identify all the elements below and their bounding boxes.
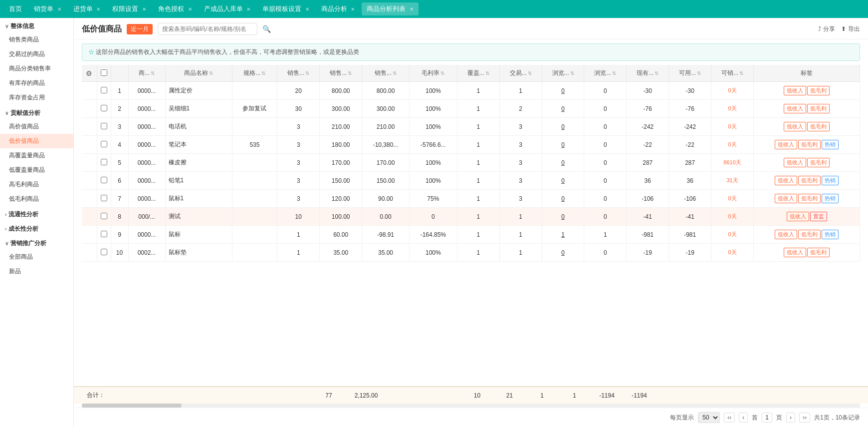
nav-home[interactable]: 首页 [4,2,27,15]
sort-icon-sales-price[interactable]: ⇅ [393,70,397,76]
select-all-checkbox[interactable] [101,69,107,76]
cell-checkbox[interactable] [97,208,111,226]
nav-purchase-order[interactable]: 进货单 ✕ [68,2,106,15]
row-checkbox[interactable] [101,159,107,165]
sort-icon-coverage[interactable]: ⇅ [485,70,489,76]
sort-icon-saleable[interactable]: ⇅ [739,70,743,76]
browse1-link[interactable]: 1 [561,231,565,238]
sort-icon-gross-margin[interactable]: ⇅ [440,70,444,76]
row-checkbox[interactable] [101,141,107,147]
sidebar-item-low-margin[interactable]: 低毛利商品 [0,192,73,206]
cell-saleable: 0天 [711,82,754,100]
per-page-select[interactable]: 50 [698,412,720,423]
nav-template-setting[interactable]: 单据模板设置 ✕ [257,2,314,15]
nav-close-sales[interactable]: ✕ [57,6,61,12]
export-button[interactable]: ⬆ 导出 [841,25,860,33]
search-icon[interactable]: 🔍 [262,25,271,33]
browse1-link[interactable]: 0 [561,195,565,202]
cell-checkbox[interactable] [97,82,111,100]
sidebar-item-sales-goods[interactable]: 销售类商品 [0,32,73,47]
nav-close-goods-analysis[interactable]: ✕ [351,6,355,12]
sort-icon-name[interactable]: ⇅ [209,70,213,76]
sort-icon-browse2[interactable]: ⇅ [612,70,616,76]
nav-goods-analysis[interactable]: 商品分析 ✕ [316,2,360,15]
sidebar-group-contribution[interactable]: ∨ 贡献值分析 [0,105,73,119]
sort-icon-spec[interactable]: ⇅ [261,70,265,76]
browse1-link[interactable]: 0 [561,141,565,148]
sidebar-group-growth[interactable]: › 成长性分析 [0,221,73,235]
browse1-link[interactable]: 0 [561,123,565,130]
sidebar-group-liquidity[interactable]: › 流通性分析 [0,206,73,221]
cell-sales-amt: 150.00 [320,172,362,190]
sidebar-item-category-rate[interactable]: 商品分类销售率 [0,61,73,76]
first-page-button[interactable]: ‹‹ [724,413,735,423]
nav-sales-order[interactable]: 销货单 ✕ [29,2,66,15]
nav-close-permission[interactable]: ✕ [142,6,146,12]
cell-available: -76 [669,100,711,118]
browse1-link[interactable]: 0 [561,105,565,112]
browse1-link[interactable]: 0 [561,249,565,256]
cell-checkbox[interactable] [97,190,111,208]
prev-page-button[interactable]: ‹ [739,413,748,423]
sort-icon-sales-qty[interactable]: ⇅ [305,70,309,76]
row-checkbox[interactable] [101,123,107,129]
nav-goods-analysis-list[interactable]: 商品分析列表 ✕ [362,2,419,15]
cell-checkbox[interactable] [97,100,111,118]
next-page-button[interactable]: › [786,413,795,423]
browse1-link[interactable]: 0 [561,213,565,220]
browse1-link[interactable]: 0 [561,87,565,94]
sort-icon-available[interactable]: ⇅ [697,70,701,76]
share-button[interactable]: ⤴ 分享 [818,25,835,33]
nav-close-role[interactable]: ✕ [188,6,192,12]
sort-icon-code[interactable]: ⇅ [151,70,155,76]
cell-checkbox[interactable] [97,172,111,190]
search-input[interactable] [158,23,257,35]
row-checkbox[interactable] [101,105,107,111]
sidebar-item-high-coverage[interactable]: 高覆盖量商品 [0,148,73,163]
last-page-button[interactable]: ›› [799,413,810,423]
tag-badge: 低收入 [775,230,797,239]
sidebar-item-stock-goods[interactable]: 有库存的商品 [0,76,73,90]
sidebar-group-marketing[interactable]: ∨ 营销推广分析 [0,235,73,250]
sidebar-item-all-goods[interactable]: 全部商品 [0,250,73,264]
cell-checkbox[interactable] [97,226,111,244]
sidebar-item-new-goods[interactable]: 新品 [0,264,73,279]
period-tag[interactable]: 近一月 [127,24,153,34]
nav-permission[interactable]: 权限设置 ✕ [107,2,151,15]
cell-saleable: 0天 [711,226,754,244]
sidebar-group-overall[interactable]: ∨ 整体信息 [0,18,73,32]
settings-icon[interactable]: ⚙ [86,69,92,77]
cell-checkbox[interactable] [97,118,111,136]
sidebar-item-low-coverage[interactable]: 低覆盖量商品 [0,163,73,177]
sort-icon-current[interactable]: ⇅ [654,70,658,76]
row-checkbox[interactable] [101,177,107,183]
browse1-link[interactable]: 0 [561,177,565,184]
cell-checkbox[interactable] [97,154,111,172]
horizontal-scrollbar[interactable] [82,404,860,408]
page-number[interactable]: 1 [762,413,772,423]
nav-close-goods-list[interactable]: ✕ [410,6,414,12]
sidebar-item-low-value[interactable]: 低价值商品 [0,134,73,148]
col-tags: 标签 [754,65,860,82]
row-checkbox[interactable] [101,195,107,201]
sort-icon-browse1[interactable]: ⇅ [570,70,574,76]
sidebar-item-high-value[interactable]: 高价值商品 [0,119,73,134]
nav-product-stock[interactable]: 产成品入库单 ✕ [199,2,256,15]
nav-close-template[interactable]: ✕ [305,6,309,12]
browse1-link[interactable]: 0 [561,159,565,166]
row-checkbox[interactable] [101,213,107,219]
nav-close-product-stock[interactable]: ✕ [246,6,250,12]
nav-role-auth[interactable]: 角色授权 ✕ [153,2,197,15]
cell-checkbox[interactable] [97,136,111,154]
scrollbar-thumb[interactable] [82,404,182,408]
cell-checkbox[interactable] [97,244,111,262]
sidebar-item-high-margin[interactable]: 高毛利商品 [0,177,73,192]
sort-icon-transaction[interactable]: ⇅ [528,70,532,76]
sort-icon-sales-amt[interactable]: ⇅ [348,70,352,76]
nav-close-purchase[interactable]: ✕ [96,6,100,12]
sidebar-item-capital[interactable]: 库存资金占用 [0,90,73,105]
row-checkbox[interactable] [101,249,107,255]
row-checkbox[interactable] [101,231,107,237]
row-checkbox[interactable] [101,87,107,93]
sidebar-item-traded-goods[interactable]: 交易过的商品 [0,47,73,61]
